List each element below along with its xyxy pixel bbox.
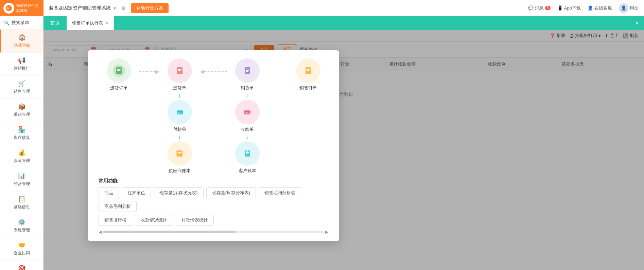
logo-icon: 6 [3,3,14,14]
receipt-bill-label: 收款单 [241,126,254,132]
tab-close-all-button[interactable]: × [629,20,644,27]
sidebar-item-system[interactable]: ⚙️ 系统管理 [0,214,43,237]
tab-close-button[interactable]: × [106,21,108,25]
down-arrow-purchase: ↓ [159,91,200,100]
common-btn-payment-stat[interactable]: 付款情况统计 [176,215,214,226]
sales-bill-label: 销货单 [241,85,254,91]
popup-scrollbar: ◀ ▶ [99,228,328,236]
down-arrow-sales: ↓ [227,91,267,100]
sidebar-item-enterprise[interactable]: 🤝 企业协同 [0,237,43,260]
sidebar: 🔍 搜索菜单 🏠 快捷导航 📢 营销推广 🛒 销售管理 📦 采购管理 🏪 库存核… [0,16,43,270]
sales-bill-icon [235,58,260,83]
payment-bill-label: 付款单 [173,126,186,132]
supplier-ledger-label: 供应商账本 [169,168,191,174]
sidebar-item-newbie[interactable]: 🎯 新手引导 [0,260,43,270]
common-btn-sales-rank[interactable]: 销售排行榜 [99,215,132,226]
flow-payment-bill[interactable]: ¥ 付款单 [159,100,200,132]
sales-order-label: 销售订单 [299,85,317,91]
common-btn-product[interactable]: 商品 [99,187,119,198]
common-section: 常用功能 商品 往来单位 现存量(库存状况表) 现存量(库存分布表) 销售毛利分… [99,178,328,226]
marketing-icon: 📢 [18,57,25,64]
tab-bar: 首页 销售订单执行表 × × [43,16,644,30]
tab-sales-order[interactable]: 销售订单执行表 × [67,16,114,30]
system-dropdown-icon[interactable]: ▾ [114,5,116,11]
tab-home[interactable]: 首页 [43,16,67,30]
system-icon: ⚙️ [18,218,25,226]
finance-icon: 💰 [18,149,25,157]
scroll-thumb [103,231,236,233]
flow-supplier-ledger[interactable]: 供应商账本 [159,141,200,174]
settings-icon[interactable]: ⚙ [121,5,126,11]
sidebar-item-marketing[interactable]: 📢 营销推广 [0,53,43,76]
svg-rect-17 [307,69,310,70]
online-service-btn[interactable]: 👤 在线客服 [588,5,612,11]
popup-modal: 进货订单 ▶ [88,50,339,241]
scroll-left-arrow[interactable]: ◀ [99,230,102,234]
common-btn-partner[interactable]: 往来单位 [122,187,151,198]
system-title-text: 装备及固定资产辅助管理系统 [49,5,111,11]
sidebar-item-operation[interactable]: 📊 经营管理 [0,168,43,191]
inventory-icon: 🏪 [18,126,25,133]
basic-icon: 📋 [18,195,25,203]
sales-order-icon [296,58,320,83]
newbie-icon: 🎯 [18,265,25,270]
sidebar-item-inventory[interactable]: 🏪 库存核算 [0,122,43,145]
down-arrow-payment: ↓ [159,132,200,141]
sidebar-search[interactable]: 🔍 搜索菜单 [0,16,43,30]
scroll-track[interactable] [103,231,324,233]
flow-purchase-bill[interactable]: 进货单 [159,58,200,91]
sidebar-item-basic[interactable]: 📋 基础信息 [0,191,43,214]
user-area[interactable]: 👤 用友 [619,3,639,13]
logo-area: 6 畅康通好生意 标准版 [0,0,43,16]
down-arrow-receipt: ↓ [227,132,267,141]
svg-rect-9 [178,70,180,71]
purchase-bill-label: 进货单 [173,85,186,91]
common-btns-row1: 商品 往来单位 现存量(库存状况表) 现存量(库存分布表) 销售毛利分析表 商品… [99,187,328,212]
home-icon: 🏠 [18,34,26,41]
receipt-bill-icon: ¥ [235,100,260,124]
message-btn[interactable]: 💬 消息 5 [528,5,551,11]
svg-rect-35 [246,154,248,154]
svg-text:¥: ¥ [246,111,248,114]
try-solution-button[interactable]: 体验行业方案 [131,3,169,13]
operation-icon: 📊 [18,172,25,180]
sidebar-item-purchase[interactable]: 📦 采购管理 [0,99,43,122]
common-btn-stock-dist[interactable]: 现存量(库存分布表) [206,187,256,198]
svg-rect-12 [246,69,249,69]
common-btn-stock-status[interactable]: 现存量(库存状况表) [154,187,204,198]
svg-rect-5 [117,70,120,71]
sidebar-item-quick-nav[interactable]: 🏠 快捷导航 [0,30,43,53]
top-header: 6 畅康通好生意 标准版 装备及固定资产辅助管理系统 ▾ ⚙ 体验行业方案 💬 … [0,0,644,16]
flow-purchase-order[interactable]: 进货订单 [99,58,139,91]
message-icon: 💬 [528,5,534,11]
phone-icon: 📱 [557,5,563,11]
flow-sales-bill[interactable]: 销货单 [227,58,267,91]
svg-rect-14 [246,71,248,72]
common-btn-product-gross[interactable]: 商品毛利分析 [99,201,137,212]
header-right: 💬 消息 5 📱 App下载 👤 在线客服 👤 用友 [528,3,639,13]
flow-receipt-bill[interactable]: ¥ 收款单 [227,100,267,132]
message-badge: 5 [545,6,551,10]
svg-text:¥: ¥ [177,111,179,114]
purchase-bill-icon [168,58,192,83]
app-download-btn[interactable]: 📱 App下载 [557,5,581,11]
sidebar-item-finance[interactable]: 💰 资金管理 [0,145,43,168]
common-btn-sales-gross[interactable]: 销售毛利分析表 [259,187,301,198]
search-icon: 🔍 [4,20,10,25]
common-btns-row2: 销售排行榜 收款情况统计 付款情况统计 [99,215,328,226]
enterprise-icon: 🤝 [18,241,25,249]
main-layout: 🔍 搜索菜单 🏠 快捷导航 📢 营销推广 🛒 销售管理 📦 采购管理 🏪 库存核… [0,16,644,270]
sidebar-item-sales[interactable]: 🛒 销售管理 [0,76,43,99]
svg-rect-30 [178,152,181,153]
svg-rect-31 [178,154,180,154]
svg-text:6: 6 [7,6,9,10]
sales-icon: 🛒 [18,80,25,87]
flow-sales-order[interactable]: 销售订单 [288,58,328,91]
content-area: 首页 销售订单执行表 × × ❓ 帮助 🖨 按模板打印 ▾ ⬆ 导出 [43,16,644,270]
scroll-right-arrow[interactable]: ▶ [325,230,328,234]
flow-customer-ledger[interactable]: 客户账本 [227,141,267,174]
popup-overlay[interactable]: 进货订单 ▶ [43,30,644,270]
common-btn-receipt-stat[interactable]: 收款情况统计 [135,215,173,226]
svg-rect-4 [117,69,121,70]
purchase-order-label: 进货订单 [110,85,128,91]
